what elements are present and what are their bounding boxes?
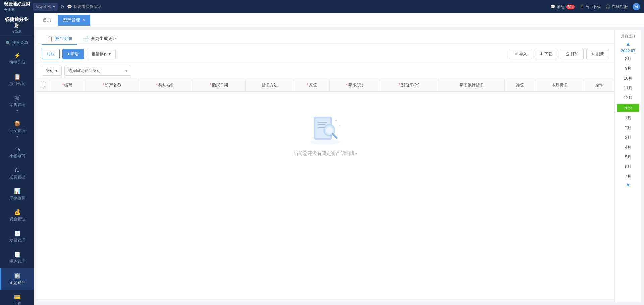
purchase-label: 采购管理 [9,174,25,180]
sidebar-item-invoice[interactable]: 🧾 发票管理 [0,226,34,247]
batch-label: 批量操作 [92,51,108,57]
month-1[interactable]: 1月 [615,113,641,123]
add-button[interactable]: + 新增 [62,49,84,59]
refresh-label: 刷新 [596,51,604,57]
month-down-button[interactable]: ▼ [625,182,632,188]
empty-message: 当前您还没有固定资产明细哦~ [293,151,357,157]
print-icon: 🖨 [565,52,569,56]
category-input[interactable] [68,68,123,73]
company-selector[interactable]: 演示企业 ▾ [33,3,58,11]
sub-tab-asset-detail[interactable]: 📋 资产明细 [42,33,77,45]
wholesale-icon: 📦 [14,120,21,127]
svg-text:✦: ✦ [335,119,337,122]
month-6[interactable]: 6月 [615,162,641,172]
year-2023-label: 2023 [617,104,639,112]
batch-button[interactable]: 批量操作 ▾ [87,49,116,59]
sidebar-logo-text: 畅捷通好业财 [3,17,30,29]
import-icon: ⬆ [514,52,518,56]
month-9[interactable]: 9月 [615,64,641,73]
sidebar-item-purchase[interactable]: 🗂 采购管理 [0,163,34,184]
svg-point-0 [310,139,340,145]
fixedasset-icon: 🏢 [14,272,21,279]
user-avatar[interactable]: Ai [633,3,640,10]
svg-text:✦: ✦ [339,124,341,128]
svg-rect-4 [317,124,326,125]
sidebar-item-ecommerce[interactable]: 🛍 小畅电商 [0,142,34,163]
month-5[interactable]: 5月 [615,152,641,162]
svg-line-9 [333,134,337,138]
asset-table: *编码 *资产名称 *类别名称 *购买日期 折旧方法 *原值 *期限(月) *残… [36,79,614,177]
company-name: 演示企业 [36,4,52,10]
asset-detail-label: 资产明细 [55,36,72,42]
col-name: *资产名称 [85,79,139,92]
search-label: 搜索菜单 [12,40,28,46]
sidebar-item-finance[interactable]: 💰 资金管理 [0,205,34,226]
sidebar-item-inventory[interactable]: 📊 库存核算 [0,184,34,205]
reconcile-button[interactable]: 对账 [42,49,60,59]
wholesale-label: 批发管理 [9,128,25,134]
col-operation: 操作 [584,79,614,92]
settings-icon[interactable]: ⚙ [60,4,64,9]
sidebar-item-fixedasset[interactable]: 🏢 固定资产 [0,268,34,290]
col-original-value: *原值 [294,79,329,92]
tab-asset-management[interactable]: 资产管理 ✕ [58,15,90,26]
sub-tab-change-voucher[interactable]: 📄 变更生成凭证 [77,33,122,45]
svg-rect-3 [317,122,327,123]
message-icon: 💬 [550,4,555,9]
category-input-wrapper[interactable]: ▾ [64,66,131,76]
month-12[interactable]: 12月 [615,93,641,103]
sidebar-item-project[interactable]: 📋 项目合同 [0,69,34,91]
month-11[interactable]: 11月 [615,83,641,93]
batch-dropdown-icon: ▾ [109,52,111,56]
online-service-label: 在线客服 [612,4,628,10]
app-subtitle: 专业版 [4,8,14,12]
messages-badge: 99+ [566,5,575,9]
month-10[interactable]: 10月 [615,73,641,83]
table-wrapper: *编码 *资产名称 *类别名称 *购买日期 折旧方法 *原值 *期限(月) *残… [36,79,614,299]
import-button[interactable]: ⬆ 导入 [509,49,532,59]
inventory-label: 库存核算 [9,195,25,201]
month-panel: 月份选择 ▲ 2022.07 8月 9月 10月 11月 12月 2023 1月… [614,30,641,302]
month-up-button[interactable]: ▲ [625,41,632,47]
col-residual-rate: *残值率(%) [380,79,438,92]
app-download-label: App下载 [586,4,601,10]
online-service-button[interactable]: 🎧 在线客服 [605,4,628,10]
col-purchase-date: *购买日期 [192,79,246,92]
refresh-button[interactable]: ↻ 刷新 [586,49,609,59]
sidebar-item-wholesale[interactable]: 📦 批发管理 ▾ [0,116,34,142]
ecommerce-label: 小畅电商 [9,153,25,159]
avatar: Ai [633,3,640,10]
month-7[interactable]: 7月 [615,172,641,182]
page-content: 📋 资产明细 📄 变更生成凭证 对账 + 新增 批量操作 ▾ [36,30,641,302]
category-filter[interactable]: 类别 ▾ [42,66,62,76]
demo-link[interactable]: 💬 我要看实例演示 [67,4,102,10]
top-bar: 畅捷通好业财 专业版 演示企业 ▾ ⚙ 💬 我要看实例演示 💬 消息 99+ 📱… [0,0,644,13]
project-icon: 📋 [14,73,21,80]
messages-button[interactable]: 💬 消息 99+ [550,4,575,10]
download-button[interactable]: ⬇ 下载 [535,49,557,59]
sidebar-item-retail[interactable]: 🛒 零售管理 ▾ [0,91,34,116]
sidebar-item-search[interactable]: 🔍 搜索菜单 [0,37,34,48]
sidebar: 畅捷通好业财 专业版 🔍 搜索菜单 ⚡ 快捷导航 📋 项目合同 🛒 零售管理 ▾… [0,13,34,305]
month-4[interactable]: 4月 [615,143,641,152]
month-2[interactable]: 2月 [615,123,641,133]
close-tab-icon[interactable]: ✕ [82,18,85,22]
ecommerce-icon: 🛍 [15,146,20,152]
month-3[interactable]: 3月 [615,133,641,143]
sidebar-item-salary[interactable]: 💳 工资 [0,290,34,305]
demo-icon: 💬 [67,4,72,9]
category-label: 类别 [45,68,53,74]
app-download-button[interactable]: 📱 App下载 [579,4,601,10]
salary-label: 工资 [13,301,21,305]
messages-label: 消息 [557,4,565,10]
retail-icon: 🛒 [14,95,21,101]
col-code: *编码 [50,79,85,92]
sidebar-item-quicknav[interactable]: ⚡ 快捷导航 [0,48,34,69]
search-icon: 🔍 [6,41,11,45]
print-button[interactable]: 🖨 打印 [560,49,584,59]
main-layout: 畅捷通好业财 专业版 🔍 搜索菜单 ⚡ 快捷导航 📋 项目合同 🛒 零售管理 ▾… [0,13,644,305]
select-all-checkbox[interactable] [41,83,45,87]
month-8[interactable]: 8月 [615,54,641,64]
tab-home[interactable]: 首页 [38,15,56,26]
sidebar-item-tax[interactable]: 📑 税务管理 [0,247,34,268]
